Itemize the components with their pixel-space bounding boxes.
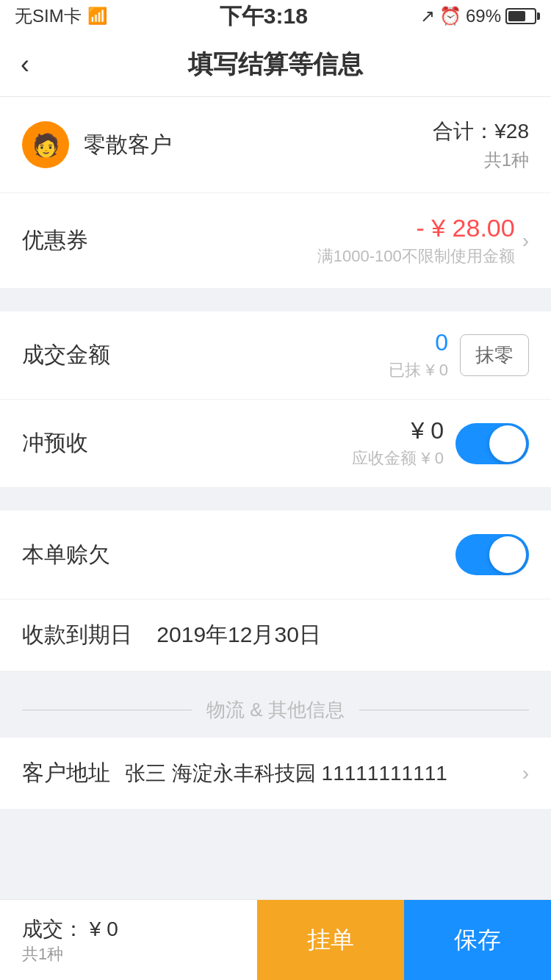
customer-row: 🧑 零散客户 合计：¥28 共1种 bbox=[0, 97, 551, 192]
bottom-count: 共1种 bbox=[22, 943, 235, 965]
coupon-label: 优惠券 bbox=[22, 226, 88, 256]
transaction-right: 0 已抹 ¥ 0 抹零 bbox=[389, 329, 529, 381]
customer-section: 🧑 零散客户 合计：¥28 共1种 优惠券 - ¥ 28.00 满1000-10… bbox=[0, 97, 551, 288]
divider-1 bbox=[0, 300, 551, 311]
customer-name: 零散客户 bbox=[84, 130, 172, 160]
total-price: 合计：¥28 bbox=[433, 118, 529, 145]
customer-right: 合计：¥28 共1种 bbox=[433, 118, 529, 172]
debit-label: 本单赊欠 bbox=[22, 540, 110, 570]
divider-line-left bbox=[22, 710, 192, 710]
battery-icon bbox=[505, 8, 536, 24]
total-count: 共1种 bbox=[433, 148, 529, 172]
status-left: 无SIM卡 📶 bbox=[15, 4, 107, 28]
divider-line-right bbox=[359, 710, 529, 710]
address-section: 客户地址 张三 海淀永丰科技园 11111111111 › bbox=[0, 738, 551, 809]
debit-row: 本单赊欠 bbox=[0, 511, 551, 599]
save-button[interactable]: 保存 bbox=[404, 900, 551, 980]
due-date-value: 2019年12月30日 bbox=[156, 622, 320, 646]
deal-prefix: 成交： bbox=[22, 918, 84, 940]
prepay-amount-wrap: ¥ 0 应收金额 ¥ 0 bbox=[352, 417, 444, 469]
coupon-row[interactable]: 优惠券 - ¥ 28.00 满1000-100不限制使用金额 › bbox=[0, 192, 551, 288]
prepay-row: 冲预收 ¥ 0 应收金额 ¥ 0 bbox=[0, 399, 551, 487]
due-date-content: 收款到期日 2019年12月30日 bbox=[22, 622, 321, 646]
debit-toggle-knob bbox=[489, 536, 526, 573]
debit-toggle[interactable] bbox=[455, 534, 529, 575]
prepay-right: ¥ 0 应收金额 ¥ 0 bbox=[352, 417, 529, 469]
debit-section: 本单赊欠 收款到期日 2019年12月30日 bbox=[0, 511, 551, 671]
divider-2 bbox=[0, 499, 551, 511]
avatar-icon: 🧑 bbox=[32, 132, 60, 158]
round-zero-button[interactable]: 抹零 bbox=[460, 334, 529, 376]
prepay-label: 冲预收 bbox=[22, 428, 88, 458]
wifi-icon: 📶 bbox=[87, 7, 107, 26]
status-right: ↗ ⏰ 69% bbox=[420, 6, 536, 26]
sim-label: 无SIM卡 bbox=[15, 4, 82, 28]
transaction-amount-wrap: 0 已抹 ¥ 0 bbox=[389, 329, 448, 381]
address-label: 客户地址 bbox=[22, 758, 110, 788]
back-button[interactable]: ‹ bbox=[21, 49, 29, 80]
customer-left: 🧑 零散客户 bbox=[22, 121, 172, 168]
due-date-row: 收款到期日 2019年12月30日 bbox=[0, 599, 551, 671]
coupon-amount: - ¥ 28.00 bbox=[317, 214, 515, 242]
page-title: 填写结算等信息 bbox=[188, 48, 363, 82]
transaction-sub: 已抹 ¥ 0 bbox=[389, 359, 448, 381]
avatar: 🧑 bbox=[22, 121, 69, 168]
transaction-label: 成交金额 bbox=[22, 340, 110, 370]
coupon-right: - ¥ 28.00 满1000-100不限制使用金额 › bbox=[317, 214, 529, 267]
logistics-divider: 物流 & 其他信息 bbox=[0, 682, 551, 738]
hang-button[interactable]: 挂单 bbox=[257, 900, 404, 980]
prepay-amount: ¥ 0 bbox=[352, 417, 444, 444]
bottom-deal-row: 成交： ¥ 0 bbox=[22, 915, 235, 943]
address-chevron-icon: › bbox=[522, 762, 529, 785]
deal-amount: ¥ 0 bbox=[90, 918, 118, 940]
battery-percent: 69% bbox=[466, 6, 501, 26]
bottom-summary: 成交： ¥ 0 共1种 bbox=[0, 900, 257, 980]
transaction-row: 成交金额 0 已抹 ¥ 0 抹零 bbox=[0, 311, 551, 399]
coupon-desc: 满1000-100不限制使用金额 bbox=[317, 245, 515, 267]
status-time: 下午3:18 bbox=[220, 1, 308, 32]
due-date-label: 收款到期日 bbox=[22, 622, 132, 646]
coupon-info: - ¥ 28.00 满1000-100不限制使用金额 bbox=[317, 214, 515, 267]
prepay-toggle[interactable] bbox=[455, 423, 529, 464]
logistics-label: 物流 & 其他信息 bbox=[206, 697, 345, 723]
status-bar: 无SIM卡 📶 下午3:18 ↗ ⏰ 69% bbox=[0, 0, 551, 32]
location-icon: ↗ bbox=[420, 6, 435, 26]
bottom-bar: 成交： ¥ 0 共1种 挂单 保存 bbox=[0, 899, 551, 980]
chevron-right-icon: › bbox=[522, 229, 529, 253]
transaction-amount: 0 bbox=[389, 329, 448, 356]
alarm-icon: ⏰ bbox=[439, 6, 461, 26]
prepay-sub: 应收金额 ¥ 0 bbox=[352, 447, 444, 469]
content-area: 🧑 零散客户 合计：¥28 共1种 优惠券 - ¥ 28.00 满1000-10… bbox=[0, 97, 551, 909]
nav-bar: ‹ 填写结算等信息 bbox=[0, 32, 551, 97]
toggle-knob bbox=[489, 425, 526, 462]
address-value: 张三 海淀永丰科技园 11111111111 bbox=[125, 760, 522, 788]
transaction-section: 成交金额 0 已抹 ¥ 0 抹零 冲预收 ¥ 0 应收金额 ¥ 0 bbox=[0, 311, 551, 487]
address-row[interactable]: 客户地址 张三 海淀永丰科技园 11111111111 › bbox=[0, 738, 551, 809]
